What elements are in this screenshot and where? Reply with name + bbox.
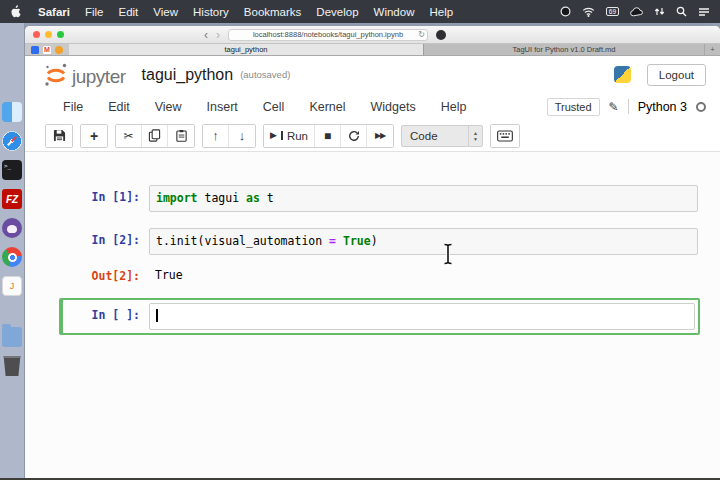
jupyter-logo[interactable]: jupyter: [43, 62, 126, 88]
menu-kernel[interactable]: Kernel: [309, 100, 345, 114]
code-cell-1[interactable]: In [1]: import tagui as t: [63, 185, 698, 212]
input-prompt: In [2]:: [63, 228, 149, 247]
menubar-item-file[interactable]: File: [85, 6, 104, 18]
menu-view[interactable]: View: [155, 100, 182, 114]
code-token: t: [260, 191, 274, 205]
safari-icon[interactable]: [2, 131, 22, 151]
menu-file[interactable]: File: [63, 100, 83, 114]
jupyter-wordmark: jupyter: [72, 67, 126, 88]
menubar-item-safari[interactable]: Safari: [38, 6, 70, 18]
new-tab-button[interactable]: +: [704, 44, 720, 55]
menubar-item-help[interactable]: Help: [429, 6, 453, 18]
filezilla-icon[interactable]: FZ: [2, 189, 22, 209]
blue-site-icon[interactable]: [31, 46, 39, 54]
menu-help[interactable]: Help: [441, 100, 467, 114]
menu-insert[interactable]: Insert: [207, 100, 238, 114]
interrupt-kernel-button[interactable]: ■: [315, 125, 341, 147]
copy-cell-button[interactable]: [142, 125, 168, 147]
spotlight-search-icon[interactable]: [676, 6, 687, 17]
copy-icon: [148, 129, 161, 142]
close-window-button[interactable]: [33, 31, 40, 38]
menu-cell[interactable]: Cell: [263, 100, 285, 114]
menubar-item-window[interactable]: Window: [374, 6, 415, 18]
stop-icon: ■: [324, 130, 331, 142]
back-button[interactable]: ‹: [204, 29, 208, 41]
add-cell-icon: +: [90, 128, 98, 144]
text-caret: [156, 309, 158, 322]
cell-type-dropdown[interactable]: Code ▲▼: [401, 125, 483, 147]
trash-icon[interactable]: [2, 356, 22, 376]
run-label: Run: [287, 130, 308, 142]
reload-icon[interactable]: ↻: [418, 31, 425, 39]
screen: Safari File Edit View History Bookmarks …: [0, 0, 720, 480]
dock: >_ FZ J: [0, 23, 25, 478]
forward-button[interactable]: ›: [216, 29, 220, 41]
code-input-active[interactable]: [149, 303, 695, 330]
cloud-icon[interactable]: [630, 7, 643, 17]
cut-cell-button[interactable]: ✂: [116, 125, 142, 147]
paste-cell-button[interactable]: [168, 125, 194, 147]
menubar-item-history[interactable]: History: [193, 6, 229, 18]
notebook-title[interactable]: tagui_python: [142, 66, 234, 84]
keyboard-icon: [497, 130, 513, 142]
menubar-item-view[interactable]: View: [153, 6, 178, 18]
address-bar[interactable]: localhost:8888/notebooks/tagui_python.ip…: [228, 29, 428, 41]
restart-run-all-button[interactable]: ▶▶: [367, 125, 393, 147]
orange-site-icon[interactable]: [55, 46, 63, 54]
python-logo: [614, 66, 631, 83]
finder-icon[interactable]: [2, 102, 22, 122]
menu-widgets[interactable]: Widgets: [371, 100, 416, 114]
run-button[interactable]: ▶ Run: [264, 125, 315, 147]
chrome-icon[interactable]: [2, 247, 22, 267]
folder-icon[interactable]: [2, 327, 22, 347]
trusted-badge[interactable]: Trusted: [547, 98, 600, 116]
code-token: tagui: [198, 191, 246, 205]
java-glyph: J: [10, 281, 15, 291]
extension-badge-icon[interactable]: [436, 30, 446, 40]
input-prompt: In [ ]:: [63, 303, 149, 322]
code-token: True: [343, 234, 371, 248]
code-input[interactable]: t.init(visual_automation = True): [149, 228, 698, 255]
user-switch-icon[interactable]: [654, 6, 665, 17]
menubar-item-bookmarks[interactable]: Bookmarks: [244, 6, 302, 18]
code-token: [336, 234, 343, 248]
notebook-area: In [1]: import tagui as t In [2]: t.init…: [25, 152, 720, 480]
move-cell-up-button[interactable]: ↑: [203, 125, 229, 147]
filezilla-glyph: FZ: [6, 194, 18, 205]
code-cell-3-selected[interactable]: In [ ]:: [59, 298, 700, 335]
tab-tagui-python[interactable]: tagui_python: [69, 44, 424, 55]
safari-window: ‹ › localhost:8888/notebooks/tagui_pytho…: [25, 26, 720, 480]
command-palette-button[interactable]: [491, 125, 519, 147]
add-cell-button[interactable]: +: [81, 125, 107, 147]
github-icon[interactable]: [2, 218, 22, 238]
restart-run-all-icon: ▶▶: [375, 132, 385, 140]
code-cell-2[interactable]: In [2]: t.init(visual_automation = True): [63, 228, 698, 255]
move-cell-down-button[interactable]: ↓: [229, 125, 255, 147]
restart-kernel-button[interactable]: [341, 125, 367, 147]
battery-indicator[interactable]: 69: [606, 7, 619, 16]
zoom-window-button[interactable]: [57, 31, 64, 38]
jupyter-toolbar: + ✂ ↑ ↓ ▶ Run ■: [25, 120, 720, 152]
menubar-item-develop[interactable]: Develop: [316, 6, 358, 18]
gmail-icon[interactable]: M: [43, 46, 51, 54]
minimize-window-button[interactable]: [45, 31, 52, 38]
java-icon[interactable]: J: [2, 276, 22, 296]
cut-icon: ✂: [123, 129, 133, 143]
input-prompt: In [1]:: [63, 185, 149, 204]
pinned-favicons: M: [25, 44, 69, 55]
terminal-glyph: >_: [4, 162, 11, 169]
ibeam-cursor: [441, 242, 455, 270]
logout-button[interactable]: Logout: [647, 64, 706, 86]
tab-tagui-draft[interactable]: TagUI for Python v1.0 Draft.md: [424, 44, 704, 55]
code-input[interactable]: import tagui as t: [149, 185, 698, 212]
run-icon-bar: [281, 131, 283, 140]
notification-center-icon[interactable]: [698, 7, 710, 17]
macos-menubar: Safari File Edit View History Bookmarks …: [0, 0, 720, 23]
circle-app-icon[interactable]: [560, 6, 571, 17]
menu-edit[interactable]: Edit: [108, 100, 130, 114]
apple-menu-icon[interactable]: [10, 5, 21, 18]
wifi-icon[interactable]: [582, 7, 595, 17]
terminal-icon[interactable]: >_: [2, 160, 22, 180]
save-button[interactable]: [46, 125, 72, 147]
menubar-item-edit[interactable]: Edit: [119, 6, 139, 18]
